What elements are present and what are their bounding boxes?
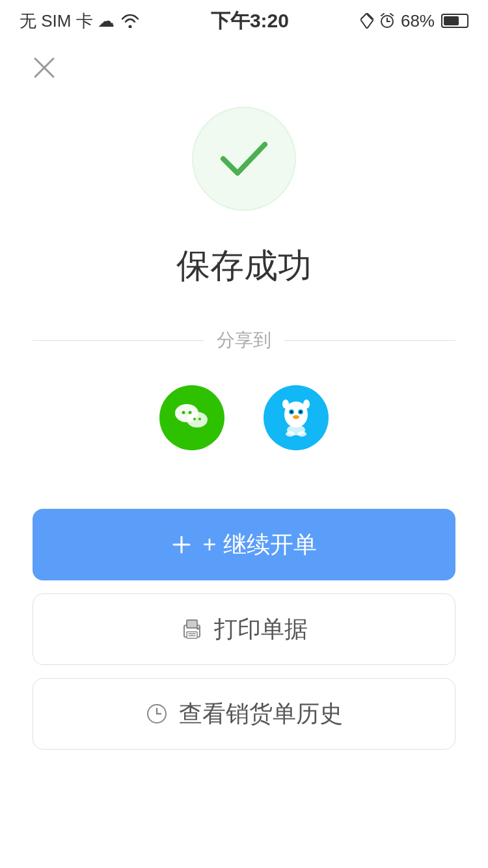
svg-point-11 — [286, 431, 295, 437]
continue-label: + 继续开单 — [202, 529, 316, 561]
divider-right — [284, 340, 455, 341]
svg-point-8 — [198, 418, 201, 420]
svg-point-27 — [197, 627, 199, 630]
history-label: 查看销货单历史 — [179, 698, 343, 730]
close-icon — [33, 56, 56, 79]
wechat-icon — [172, 400, 211, 435]
svg-point-6 — [189, 411, 192, 414]
no-sim-text: 无 SIM 卡 ☁ — [20, 10, 115, 33]
success-title: 保存成功 — [176, 243, 312, 289]
history-button[interactable]: 查看销货单历史 — [33, 678, 455, 750]
qq-share-button[interactable] — [264, 385, 329, 450]
svg-point-17 — [293, 415, 299, 419]
svg-point-4 — [187, 412, 208, 427]
share-section: 分享到 — [0, 328, 488, 450]
svg-point-5 — [182, 411, 185, 414]
close-button[interactable] — [26, 49, 62, 86]
status-left: 无 SIM 卡 ☁ — [20, 10, 139, 33]
share-label: 分享到 — [204, 328, 284, 353]
share-icons-container — [0, 385, 488, 450]
main-content: 保存成功 分享到 — [0, 42, 488, 750]
history-icon — [145, 702, 169, 726]
print-icon — [180, 617, 204, 641]
action-buttons: + 继续开单 打印单据 查看销货单历史 — [0, 509, 488, 750]
svg-rect-23 — [187, 620, 197, 628]
battery-indicator — [441, 14, 468, 28]
continue-button[interactable]: + 继续开单 — [33, 509, 455, 580]
wifi-icon — [121, 14, 139, 28]
location-icon — [360, 13, 373, 29]
checkmark-icon — [218, 139, 270, 178]
svg-point-16 — [299, 411, 302, 413]
qq-icon — [277, 398, 315, 438]
share-divider: 分享到 — [0, 328, 488, 353]
svg-point-7 — [193, 418, 196, 420]
print-label: 打印单据 — [214, 614, 308, 645]
svg-rect-24 — [187, 632, 197, 638]
status-time: 下午3:20 — [211, 8, 289, 34]
svg-point-12 — [297, 431, 306, 437]
svg-point-18 — [282, 400, 289, 409]
svg-point-14 — [290, 411, 293, 413]
status-right: 68% — [360, 11, 468, 31]
svg-point-19 — [303, 400, 310, 409]
wechat-share-button[interactable] — [159, 385, 224, 450]
status-bar: 无 SIM 卡 ☁ 下午3:20 68% — [0, 0, 488, 42]
battery-text: 68% — [401, 11, 435, 31]
plus-icon — [171, 534, 192, 555]
alarm-icon — [380, 13, 394, 29]
divider-left — [33, 340, 204, 341]
print-button[interactable]: 打印单据 — [33, 593, 455, 665]
success-indicator — [192, 107, 296, 211]
